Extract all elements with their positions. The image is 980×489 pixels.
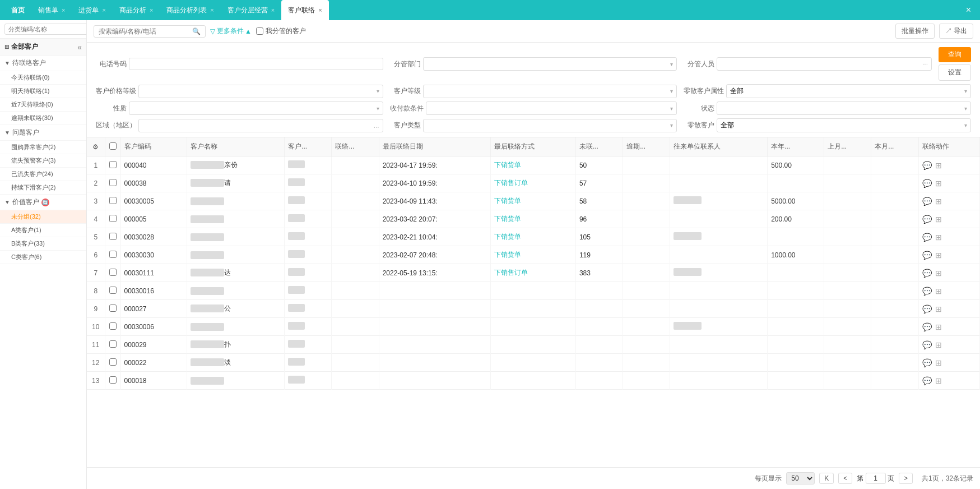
last-method-link[interactable]: 下销货单: [494, 197, 521, 205]
region-select[interactable]: ...: [138, 119, 383, 132]
close-product-list-tab[interactable]: ×: [210, 7, 213, 13]
person-select[interactable]: ···: [717, 57, 932, 71]
close-customer-contact-tab[interactable]: ×: [318, 7, 322, 13]
contact-icon[interactable]: 💬: [922, 233, 932, 242]
next-page-btn[interactable]: >: [899, 473, 913, 484]
more-actions-icon[interactable]: ⊞: [935, 251, 942, 260]
tab-customer-contact[interactable]: 客户联络 ×: [281, 0, 328, 20]
pending-contact-group[interactable]: ▼ 待联络客户: [0, 56, 86, 71]
last-method-link[interactable]: 下销货单: [494, 233, 521, 241]
main-search-icon[interactable]: 🔍: [192, 27, 201, 35]
my-customers-checkbox[interactable]: 我分管的客户: [256, 26, 306, 36]
problem-customer-group[interactable]: ▼ 问题客户: [0, 125, 86, 141]
row-checkbox[interactable]: [105, 246, 120, 264]
query-button[interactable]: 查询: [939, 47, 971, 62]
col-checkbox[interactable]: [105, 137, 120, 156]
more-actions-icon[interactable]: ⊞: [935, 340, 942, 349]
more-actions-icon[interactable]: ⊞: [935, 376, 942, 385]
pay-term-select[interactable]: ▾: [426, 102, 677, 115]
more-actions-icon[interactable]: ⊞: [935, 358, 942, 367]
more-conditions-btn[interactable]: ▽ 更多条件 ▲: [210, 26, 252, 36]
price-grade-select[interactable]: ▾: [138, 85, 383, 98]
row-checkbox[interactable]: [105, 228, 120, 246]
sidebar-item-ungroup[interactable]: 未分组(32): [0, 210, 86, 224]
row-checkbox[interactable]: [105, 336, 120, 354]
dept-select[interactable]: ▾: [423, 57, 677, 71]
phone-input[interactable]: [129, 58, 383, 70]
gender-select[interactable]: ▾: [129, 102, 383, 115]
contact-icon[interactable]: 💬: [922, 322, 932, 331]
first-page-btn[interactable]: K: [819, 473, 834, 484]
last-method-link[interactable]: 下销货单: [494, 215, 521, 223]
tab-customer-tier[interactable]: 客户分层经营 ×: [221, 0, 281, 20]
prev-page-btn[interactable]: <: [838, 473, 852, 484]
row-checkbox[interactable]: [105, 264, 120, 282]
sidebar-item-today[interactable]: 今天待联络(0): [0, 71, 86, 85]
sidebar-search-input[interactable]: [4, 24, 87, 35]
tab-home[interactable]: 首页: [4, 0, 31, 20]
more-actions-icon[interactable]: ⊞: [935, 161, 942, 170]
contact-icon[interactable]: 💬: [922, 287, 932, 296]
row-checkbox[interactable]: [105, 354, 120, 372]
col-settings[interactable]: ⚙: [87, 137, 105, 156]
tab-purchase[interactable]: 进货单 ×: [72, 0, 112, 20]
more-actions-icon[interactable]: ⊞: [935, 287, 942, 296]
sidebar-item-class-c[interactable]: C类客户(6): [0, 251, 86, 264]
row-checkbox[interactable]: [105, 372, 120, 390]
sidebar-item-overdue[interactable]: 逾期未联络(30): [0, 112, 86, 125]
close-product-analysis-tab[interactable]: ×: [150, 7, 153, 13]
more-actions-icon[interactable]: ⊞: [935, 233, 942, 242]
export-button[interactable]: ↗ 导出: [939, 24, 973, 39]
batch-ops-button[interactable]: 批量操作: [895, 24, 935, 39]
close-customer-tier-tab[interactable]: ×: [271, 7, 275, 13]
retail-customer-select[interactable]: 全部 ▾: [717, 118, 971, 132]
contact-icon[interactable]: 💬: [922, 269, 932, 278]
sidebar-item-abnormal[interactable]: 囤购异常客户(2): [0, 141, 86, 154]
window-close-button[interactable]: ×: [962, 5, 976, 15]
collapse-sidebar-btn[interactable]: «: [77, 43, 82, 52]
sidebar-item-churn-warn[interactable]: 流失预警客户(3): [0, 154, 86, 168]
all-customers-header[interactable]: ⊞ 全部客户 «: [0, 39, 86, 56]
customer-type-select[interactable]: ▾: [423, 119, 677, 132]
contact-icon[interactable]: 💬: [922, 340, 932, 349]
more-actions-icon[interactable]: ⊞: [935, 322, 942, 331]
tab-product-list[interactable]: 商品分析列表 ×: [160, 0, 220, 20]
customer-grade-select[interactable]: ▾: [423, 85, 677, 98]
sidebar-item-tomorrow[interactable]: 明天待联络(1): [0, 85, 86, 98]
select-all-checkbox[interactable]: [109, 142, 117, 150]
contact-icon[interactable]: 💬: [922, 251, 932, 260]
contact-icon[interactable]: 💬: [922, 376, 932, 385]
row-checkbox[interactable]: [105, 318, 120, 336]
reset-button[interactable]: 设置: [939, 64, 971, 81]
row-checkbox[interactable]: [105, 282, 120, 300]
sidebar-item-churned[interactable]: 已流失客户(24): [0, 168, 86, 181]
contact-icon[interactable]: 💬: [922, 161, 932, 170]
row-checkbox[interactable]: [105, 192, 120, 210]
status-select[interactable]: ▾: [717, 102, 971, 115]
row-checkbox[interactable]: [105, 210, 120, 228]
tab-sales[interactable]: 销售单 ×: [31, 0, 72, 20]
contact-icon[interactable]: 💬: [922, 179, 932, 188]
more-actions-icon[interactable]: ⊞: [935, 197, 942, 206]
more-actions-icon[interactable]: ⊞: [935, 215, 942, 224]
retail-attr-select[interactable]: 全部 ▾: [726, 84, 971, 98]
last-method-link[interactable]: 下销售订单: [494, 179, 528, 187]
contact-icon[interactable]: 💬: [922, 197, 932, 206]
my-customers-check-input[interactable]: [256, 27, 263, 35]
last-method-link[interactable]: 下销货单: [494, 161, 521, 169]
sidebar-item-class-a[interactable]: A类客户(1): [0, 224, 86, 237]
more-actions-icon[interactable]: ⊞: [935, 269, 942, 278]
region-dots[interactable]: ...: [374, 122, 379, 130]
sidebar-item-class-b[interactable]: B类客户(33): [0, 237, 86, 251]
value-customer-group[interactable]: ▼ 价值客户 🔄: [0, 195, 86, 210]
sidebar-item-7days[interactable]: 近7天待联络(0): [0, 98, 86, 112]
row-checkbox[interactable]: [105, 174, 120, 192]
page-jump-input[interactable]: [866, 473, 886, 484]
contact-icon[interactable]: 💬: [922, 215, 932, 224]
more-actions-icon[interactable]: ⊞: [935, 179, 942, 188]
person-dots[interactable]: ···: [922, 60, 928, 68]
sidebar-item-declining[interactable]: 持续下滑客户(2): [0, 181, 86, 195]
page-size-select[interactable]: 50 100 200: [786, 472, 815, 485]
last-method-link[interactable]: 下销售订单: [494, 269, 528, 276]
tab-product-analysis[interactable]: 商品分析 ×: [113, 0, 160, 20]
